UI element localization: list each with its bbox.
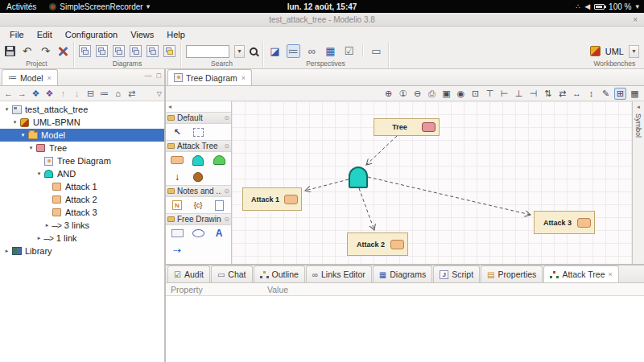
deployment-diagram-icon[interactable]: [130, 45, 142, 57]
dependency-edge[interactable]: [359, 188, 374, 230]
palette-drawer-notes-and-[interactable]: Notes and ...⊙: [166, 185, 231, 197]
expander-icon[interactable]: ▾: [19, 132, 27, 138]
pin-icon[interactable]: ⊙: [224, 114, 229, 121]
menu-edit[interactable]: Edit: [31, 28, 59, 41]
preferences-window-icon[interactable]: ▭: [369, 44, 383, 58]
search-dropdown-button[interactable]: ▼: [234, 45, 245, 58]
format-paint-icon[interactable]: ✎: [600, 88, 612, 100]
constraint-tool[interactable]: {c}: [192, 200, 204, 211]
menu-configuration[interactable]: Configuration: [59, 28, 124, 41]
palette-drawer-default[interactable]: Default⊙: [166, 112, 231, 124]
show-grid-icon[interactable]: ⊞: [614, 88, 626, 100]
tab-diagrams[interactable]: ▦Diagrams: [373, 265, 432, 282]
usecase-diagram-icon[interactable]: [113, 45, 125, 57]
note-tool[interactable]: N: [171, 200, 184, 211]
center-horizontal-icon[interactable]: ⇄: [556, 88, 568, 100]
dependency-edge[interactable]: [366, 136, 397, 165]
pin-icon[interactable]: ⊙: [224, 187, 229, 195]
tab-script[interactable]: JScript: [433, 265, 480, 282]
align-left-icon[interactable]: ⊢: [498, 88, 510, 100]
node-attack3[interactable]: Attack 3: [534, 211, 595, 234]
tree-item-library[interactable]: ▸Library: [0, 245, 164, 257]
model-browser-perspective-icon[interactable]: ≔: [287, 44, 300, 58]
home-icon[interactable]: ⌂: [112, 88, 124, 100]
close-icon[interactable]: ×: [242, 74, 246, 82]
expander-icon[interactable]: ▾: [2, 106, 11, 113]
tree-item-uml-bpmn[interactable]: ▾UML-BPMN: [0, 116, 164, 129]
ellipse-tool[interactable]: [192, 228, 204, 239]
search-input[interactable]: [186, 45, 229, 58]
and-gate-tool[interactable]: [192, 154, 204, 166]
pin-icon[interactable]: ⊙: [224, 216, 229, 223]
page-setup-icon[interactable]: ▦: [629, 88, 641, 100]
maximize-panel-icon[interactable]: □: [157, 72, 161, 80]
align-bottom-icon[interactable]: ⊥: [513, 88, 525, 100]
expander-icon[interactable]: ▾: [10, 119, 19, 125]
tab-tree-diagram[interactable]: Tree Diagram ×: [167, 69, 252, 85]
tab-audit[interactable]: ☑Audit: [167, 265, 210, 282]
back-icon[interactable]: ←: [2, 88, 14, 100]
system-tray[interactable]: ∴ ◀ 100 % ▾: [576, 2, 644, 11]
expander-icon[interactable]: ▾: [35, 171, 43, 177]
palette-drawer-free-drawing[interactable]: Free Drawing⊙: [166, 213, 231, 225]
tree-item-1-link[interactable]: ▸--->1 link: [0, 232, 164, 245]
package-diagram-icon[interactable]: [96, 45, 108, 57]
new-matrix-icon[interactable]: [163, 45, 175, 57]
tree-item-test-attack-tree[interactable]: ▾test_attack_tree: [0, 103, 164, 116]
app-menu[interactable]: SimpleScreenRecorder ▾: [43, 2, 156, 11]
redo-icon[interactable]: ↷: [39, 44, 52, 58]
minimize-panel-icon[interactable]: —: [145, 72, 152, 80]
tools-icon[interactable]: [57, 46, 68, 57]
select-tool[interactable]: ↖: [171, 126, 184, 138]
move-down-icon[interactable]: ↓: [71, 88, 83, 100]
tab-model[interactable]: ≔ Model ×: [2, 69, 58, 85]
tree-view-icon[interactable]: ≔: [98, 88, 110, 100]
zoom-selection-icon[interactable]: ⊡: [469, 88, 481, 100]
workbench-dropdown-button[interactable]: ▼: [629, 45, 639, 58]
close-icon[interactable]: ×: [608, 270, 612, 278]
symbol-side-tab[interactable]: ◂ Symbol: [632, 101, 644, 264]
pin-icon[interactable]: ⊙: [224, 142, 229, 150]
align-top-icon[interactable]: ⊤: [484, 88, 496, 100]
text-tool[interactable]: A: [213, 228, 225, 239]
undo-icon[interactable]: ↶: [20, 44, 34, 58]
zoom-actual-icon[interactable]: ①: [397, 88, 409, 100]
tab-chat[interactable]: ▭Chat: [211, 265, 253, 282]
class-diagram-icon[interactable]: [79, 45, 91, 57]
palette-collapse-button[interactable]: ◂: [166, 101, 231, 112]
checks-perspective-icon[interactable]: ☑: [342, 44, 356, 58]
snapshot-icon[interactable]: ◉: [455, 88, 467, 100]
and-gate-node[interactable]: [349, 167, 368, 188]
tree-item-and[interactable]: ▾AND: [0, 167, 164, 180]
menu-help[interactable]: Help: [160, 28, 192, 41]
diagram-canvas[interactable]: TreeAttack 1Attack 2Attack 3: [232, 101, 632, 264]
node-attack1[interactable]: Attack 1: [242, 187, 302, 211]
zoom-out-icon[interactable]: ⊖: [411, 88, 423, 100]
clock[interactable]: lun. 12 août, 15:47: [287, 2, 357, 11]
zoom-in-icon[interactable]: ⊕: [382, 88, 394, 100]
line-tool[interactable]: ⇢: [171, 245, 184, 256]
or-gate-tool[interactable]: [213, 154, 225, 166]
attack-link-tool[interactable]: ↓: [171, 171, 184, 183]
tree-item-attack-1[interactable]: Attack 1: [0, 180, 164, 193]
activities-button[interactable]: Activités: [0, 2, 43, 11]
save-icon[interactable]: [5, 46, 15, 56]
search-icon[interactable]: [250, 47, 258, 56]
tree-item-model[interactable]: ▾Model: [0, 129, 164, 142]
tab-outline[interactable]: Outline: [254, 265, 305, 282]
tab-properties[interactable]: ▤Properties: [481, 265, 543, 282]
close-icon[interactable]: ×: [47, 74, 52, 82]
matrix-perspective-icon[interactable]: ▦: [324, 44, 337, 58]
same-height-icon[interactable]: ↕: [585, 88, 597, 100]
root-node-tool[interactable]: [192, 171, 204, 183]
tree-item-3-links[interactable]: ▸--->3 links: [0, 219, 164, 232]
marquee-tool[interactable]: [192, 126, 204, 138]
align-right-icon[interactable]: ⊣: [527, 88, 539, 100]
print-icon[interactable]: ⎙: [426, 88, 438, 100]
window-close-button[interactable]: ×: [633, 15, 638, 24]
property-table-body[interactable]: [166, 296, 644, 362]
menu-views[interactable]: Views: [124, 28, 160, 41]
navigate-purple-icon[interactable]: ❖: [43, 88, 56, 100]
tree-item-tree[interactable]: ▾Tree: [0, 142, 164, 154]
document-tool[interactable]: [213, 200, 225, 211]
